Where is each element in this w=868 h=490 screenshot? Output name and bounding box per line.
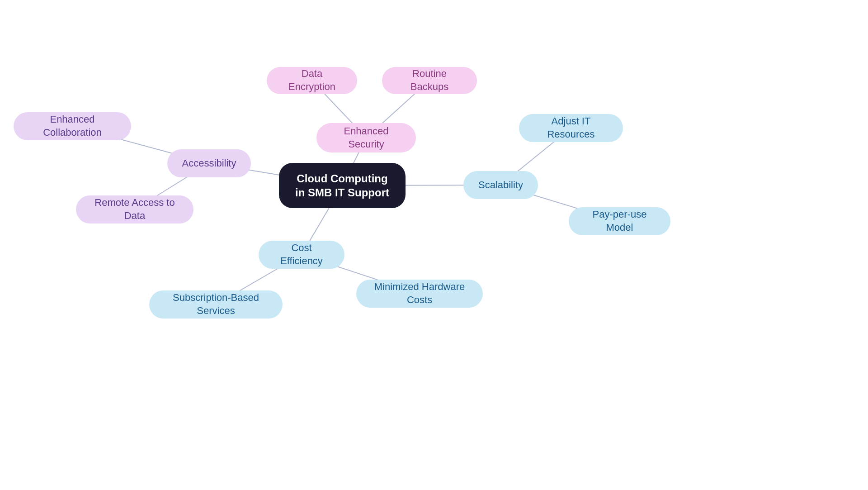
pay-per-use-label: Pay-per-use Model	[581, 208, 658, 234]
data-encryption-label: Data Encryption	[279, 67, 344, 93]
scalability-node: Scalability	[463, 171, 538, 199]
scalability-label: Scalability	[478, 179, 523, 192]
enhanced-security-node: Enhanced Security	[316, 123, 416, 152]
enhanced-collaboration-label: Enhanced Collaboration	[26, 113, 118, 139]
minimized-hardware-label: Minimized Hardware Costs	[369, 281, 470, 306]
remote-access-node: Remote Access to Data	[76, 195, 193, 224]
routine-backups-node: Routine Backups	[382, 67, 477, 94]
subscription-based-label: Subscription-Based Services	[162, 291, 270, 317]
center-node: Cloud Computing in SMB IT Support	[279, 163, 406, 208]
cost-efficiency-label: Cost Efficiency	[271, 242, 332, 267]
enhanced-security-label: Enhanced Security	[329, 125, 403, 151]
accessibility-node: Accessibility	[167, 149, 251, 177]
pay-per-use-node: Pay-per-use Model	[569, 207, 670, 235]
enhanced-collaboration-node: Enhanced Collaboration	[14, 112, 131, 140]
minimized-hardware-node: Minimized Hardware Costs	[356, 280, 483, 308]
subscription-based-node: Subscription-Based Services	[149, 290, 283, 319]
center-label: Cloud Computing in SMB IT Support	[292, 171, 393, 200]
adjust-it-resources-node: Adjust IT Resources	[519, 114, 623, 142]
routine-backups-label: Routine Backups	[395, 67, 464, 93]
data-encryption-node: Data Encryption	[267, 67, 357, 94]
adjust-it-resources-label: Adjust IT Resources	[532, 115, 610, 141]
remote-access-label: Remote Access to Data	[89, 196, 181, 222]
accessibility-label: Accessibility	[182, 157, 236, 170]
cost-efficiency-node: Cost Efficiency	[259, 241, 344, 269]
